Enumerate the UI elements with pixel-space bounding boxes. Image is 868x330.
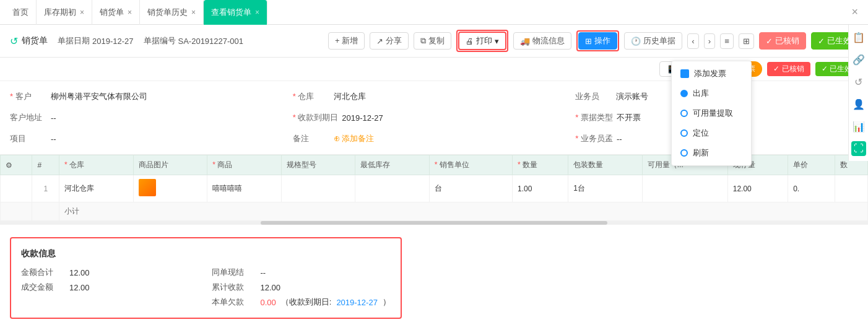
- row-settings-cell: [1, 175, 32, 202]
- window-close-button[interactable]: ×: [846, 6, 863, 19]
- print-button[interactable]: 🖨 打印 ▾: [458, 32, 506, 50]
- new-button[interactable]: + 新增: [328, 32, 365, 50]
- nav-prev-button[interactable]: ‹: [687, 33, 698, 49]
- settings-icon[interactable]: ⚙: [6, 161, 12, 170]
- tab-inventory-label: 库存期初: [44, 7, 76, 18]
- address-value: --: [51, 113, 56, 123]
- print-icon: 🖨: [466, 37, 474, 46]
- row-unit-cell: 台: [429, 175, 512, 202]
- col-warehouse: 仓库: [59, 155, 134, 175]
- sidebar-icon-5[interactable]: 📊: [851, 119, 866, 134]
- add-note-button[interactable]: ⊕ 添加备注: [334, 133, 375, 144]
- operate-button[interactable]: ⊞ 操作: [578, 32, 617, 50]
- project-value: --: [51, 134, 56, 144]
- col-product: 商品: [207, 155, 282, 175]
- sidebar-icon-3[interactable]: ↺: [851, 74, 866, 89]
- customer-value: 柳州粤港平安气体有限公司: [51, 91, 147, 102]
- doc-date-item: 单据日期 2019-12-27: [58, 35, 134, 46]
- nav-next-button[interactable]: ›: [704, 33, 715, 49]
- tab-sales-history[interactable]: 销货单历史 ×: [140, 0, 204, 25]
- row-warehouse-cell: 河北仓库: [59, 175, 134, 202]
- doc-title-section: ↺ 销货单: [10, 35, 48, 47]
- tab-inventory-init[interactable]: 库存期初 ×: [37, 0, 92, 25]
- col-pkg: 包装数量: [568, 155, 643, 175]
- staff-label: 业务员: [575, 91, 612, 102]
- sold-label: 已核销: [775, 35, 799, 46]
- warehouse-row: 仓库 河北仓库: [293, 89, 576, 105]
- available-qty-label: 可用量提取: [693, 108, 733, 119]
- outbound-icon: [680, 90, 688, 97]
- same-order-value: --: [260, 268, 266, 277]
- history-label: 历史单据: [643, 35, 675, 46]
- outbound-label: 出库: [693, 88, 709, 99]
- sidebar-icon-1[interactable]: 📋: [851, 30, 866, 45]
- note-label: 备注: [293, 133, 330, 144]
- dropdown-locate[interactable]: 定位: [672, 123, 751, 143]
- print-dropdown-icon: ▾: [495, 37, 499, 46]
- history-icon: 🕐: [631, 37, 641, 46]
- row-available-cell: [642, 175, 727, 202]
- dropdown-refresh[interactable]: 刷新: [672, 143, 751, 163]
- tab-sales-order[interactable]: 销货单 ×: [92, 0, 140, 25]
- customer-row: 客户 柳州粤港平安气体有限公司: [10, 89, 293, 105]
- total-row: 金额合计 12.00: [21, 267, 199, 278]
- sidebar-icon-expand[interactable]: ⛶: [851, 141, 866, 156]
- logistics-button[interactable]: 🚚 物流信息: [513, 32, 571, 50]
- add-note-icon: ⊕: [334, 134, 340, 143]
- same-order-label: 同单现结: [212, 267, 255, 278]
- tab-home[interactable]: 首页: [5, 0, 37, 25]
- balance-value: 0.00: [260, 298, 276, 307]
- view-list-button[interactable]: ≡: [720, 33, 734, 49]
- view-grid-button[interactable]: ⊞: [739, 33, 754, 49]
- dropdown-menu: 添加发票 出库 可用量提取 定位 刷新: [671, 61, 752, 166]
- row-amount-cell: [835, 175, 867, 202]
- same-order-row: 同单现结 --: [212, 267, 390, 278]
- sold-button[interactable]: ✓ 已核销: [759, 32, 806, 50]
- tab-inventory-close[interactable]: ×: [80, 8, 84, 17]
- payment-date-label: 收款到期日: [293, 112, 339, 123]
- tab-history-close[interactable]: ×: [191, 8, 196, 17]
- cumulative-label: 累计收款: [212, 282, 255, 293]
- share-icon: ↗: [376, 37, 383, 46]
- payment-section: 收款信息 金额合计 12.00 同单现结 -- 成交金额 12.00: [10, 237, 402, 319]
- doc-header: ↺ 销货单 单据日期 2019-12-27 单据编号 SA-20191227-0…: [0, 25, 868, 58]
- doc-number-label: 单据编号: [144, 35, 176, 46]
- cumulative-value: 12.00: [260, 283, 280, 292]
- tab-view-sales-close[interactable]: ×: [255, 8, 259, 17]
- row-price-cell: 0.: [788, 175, 835, 202]
- payment-date-value: 2019-12-27: [342, 113, 383, 123]
- right-sidebar: 📋 🔗 ↺ 👤 📊 ⛶: [848, 25, 868, 161]
- balance-date: 2019-12-27: [336, 298, 378, 307]
- tab-view-sales[interactable]: 查看销货单 ×: [204, 0, 267, 25]
- subtotal-settings-cell: [1, 202, 32, 221]
- effect-check-icon: ✓: [818, 37, 825, 46]
- dropdown-add-invoice[interactable]: 添加发票: [672, 64, 751, 84]
- sidebar-icon-2[interactable]: 🔗: [851, 52, 866, 67]
- sidebar-icon-4[interactable]: 👤: [851, 97, 866, 111]
- share-label: 分享: [386, 35, 402, 46]
- tab-history-label: 销货单历史: [147, 7, 188, 18]
- warehouse-label: 仓库: [293, 91, 330, 102]
- staff2-value: --: [617, 134, 622, 144]
- sold-badge-button[interactable]: ✓ 已核销: [767, 62, 810, 76]
- add-note-label: 添加备注: [342, 134, 374, 143]
- payment-date-row: 收款到期日 2019-12-27: [293, 110, 576, 126]
- staff2-label: 业务员孟: [575, 133, 613, 144]
- operate-icon: ⊞: [585, 37, 592, 46]
- tab-sales-label: 销货单: [100, 7, 124, 18]
- row-pkg-cell: 1台: [568, 175, 643, 202]
- col-settings: ⚙: [1, 155, 32, 175]
- copy-button[interactable]: ⧉ 复制: [414, 32, 451, 50]
- dropdown-available-qty[interactable]: 可用量提取: [672, 103, 751, 123]
- logistics-label: 物流信息: [532, 35, 565, 46]
- payment-title: 收款信息: [21, 248, 391, 259]
- project-label: 项目: [10, 133, 47, 144]
- subtotal-num-cell: [32, 202, 59, 221]
- subtotal-label-cell: 小计: [59, 202, 868, 221]
- history-button[interactable]: 🕐 历史单据: [624, 32, 682, 50]
- share-button[interactable]: ↗ 分享: [370, 32, 409, 50]
- tab-sales-close[interactable]: ×: [128, 8, 132, 17]
- locate-icon: [680, 129, 688, 137]
- dropdown-outbound[interactable]: 出库: [672, 84, 751, 103]
- print-button-wrapper: 🖨 打印 ▾: [456, 30, 508, 52]
